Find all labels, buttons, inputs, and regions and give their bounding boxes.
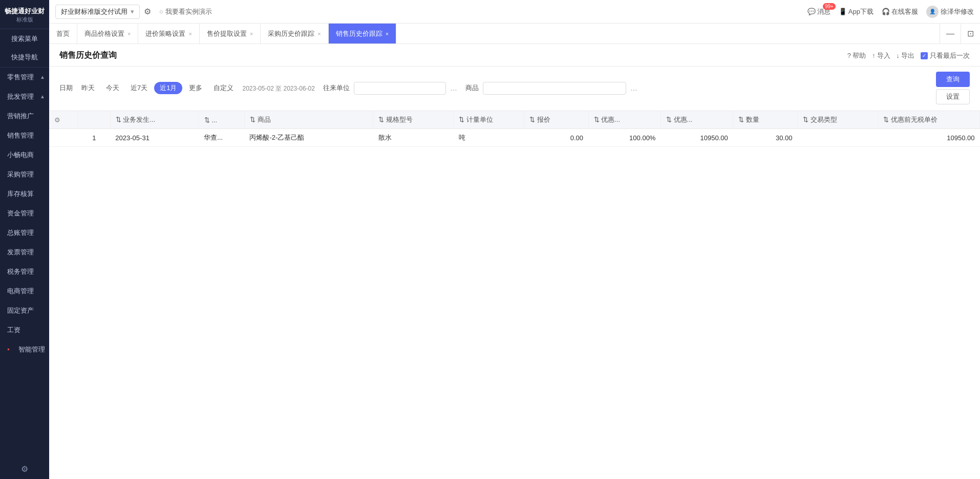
sidebar-item-invoice[interactable]: 发票管理 <box>0 243 49 262</box>
query-button[interactable]: 查询 <box>936 72 970 87</box>
sidebar-item-purchase[interactable]: 采购管理 <box>0 165 49 184</box>
topbar: 好业财标准版交付试用 ▾ ⚙ 我要看实例演示 💬 消息 99+ 📱 App下载 … <box>49 0 980 24</box>
date-btn-more[interactable]: 更多 <box>184 82 207 94</box>
col-header-discount1[interactable]: ⇅ 优惠... <box>588 111 661 129</box>
app-icon: 📱 <box>839 8 847 15</box>
gear-icon[interactable]: ⚙ <box>54 116 60 124</box>
sidebar-item-sales[interactable]: 销售管理 <box>0 126 49 145</box>
col-header-unit[interactable]: ⇅ 计量单位 <box>454 111 524 129</box>
version-select[interactable]: 好业财标准版交付试用 ▾ <box>55 5 140 19</box>
col-header-discount2[interactable]: ⇅ 优惠... <box>661 111 733 129</box>
maximize-button[interactable]: ⊡ <box>961 24 980 44</box>
sidebar-item-marketing[interactable]: 营销推广 <box>0 106 49 126</box>
page-title: 销售历史价查询 <box>59 50 847 61</box>
sidebar-item-label: 资金管理 <box>7 209 34 218</box>
row-discount2: 10950.00 <box>661 129 733 147</box>
date-btn-yesterday[interactable]: 昨天 <box>77 82 99 94</box>
sort-icon: ⇅ <box>803 116 808 123</box>
date-btn-today[interactable]: 今天 <box>101 82 124 94</box>
sidebar-bottom: ⚙ <box>0 459 49 479</box>
tab-home[interactable]: 首页 <box>49 24 77 44</box>
checkbox-icon: ✓ <box>921 52 928 59</box>
product-filter-label: 商品 <box>465 83 479 93</box>
col-header-product[interactable]: ⇅ 商品 <box>244 111 373 129</box>
close-icon[interactable]: × <box>127 31 131 37</box>
date-range-display: 2023-05-02 至 2023-06-02 <box>242 84 314 93</box>
arrow-icon: ▲ <box>40 94 45 99</box>
date-btn-last7[interactable]: 近7天 <box>126 82 152 94</box>
close-icon[interactable]: × <box>386 31 389 37</box>
row-discount1: 100.00% <box>588 129 661 147</box>
row-actions[interactable] <box>49 129 78 147</box>
tab-product-price[interactable]: 商品价格设置 × <box>77 24 138 44</box>
service-label: 在线客服 <box>891 7 918 16</box>
date-btn-custom[interactable]: 自定义 <box>209 82 238 94</box>
export-label: 导出 <box>901 51 914 60</box>
sidebar-item-assets[interactable]: 固定资产 <box>0 301 49 320</box>
sidebar-item-label: 固定资产 <box>7 306 34 315</box>
sort-icon: ⇅ <box>594 116 600 123</box>
col-header-spec[interactable]: ⇅ 规格型号 <box>373 111 454 129</box>
app-label: App下载 <box>848 7 874 16</box>
sidebar-item-label: 发票管理 <box>7 248 34 257</box>
sidebar-item-label: 税务管理 <box>7 267 34 276</box>
topbar-right: 💬 消息 99+ 📱 App下载 🎧 在线客服 👤 徐泽华修改 <box>807 6 974 18</box>
date-btn-last1m[interactable]: 近1月 <box>154 82 182 94</box>
col-header-notax[interactable]: ⇅ 优惠前无税单价 <box>878 111 980 129</box>
close-icon[interactable]: × <box>317 31 321 37</box>
demo-link[interactable]: 我要看实例演示 <box>159 7 212 16</box>
sidebar-search[interactable]: 搜索菜单 <box>0 29 49 49</box>
row-spec: 散水 <box>373 129 454 147</box>
sidebar-item-ledger[interactable]: 总账管理 <box>0 223 49 243</box>
sidebar-item-retail[interactable]: 零售管理 ▲ <box>0 68 49 87</box>
avatar: 👤 <box>926 6 939 18</box>
sidebar-item-ecommerce[interactable]: 电商管理 <box>0 281 49 301</box>
table-body: 1 2023-05-31 华查... 丙烯酸-2-乙基己酯 散水 吨 0.00 … <box>49 129 980 147</box>
col-header-trade[interactable]: ⇅ 交易类型 <box>797 111 878 129</box>
export-link[interactable]: ↓ 导出 <box>897 51 915 60</box>
sidebar-item-smart[interactable]: 智能管理 <box>0 340 49 359</box>
col-header-dots[interactable]: ⇅ ... <box>199 111 244 129</box>
tab-label: 采购历史价跟踪 <box>268 29 314 38</box>
sidebar-item-label: 电商管理 <box>7 287 34 296</box>
message-button[interactable]: 💬 消息 99+ <box>807 7 830 16</box>
page-content: 销售历史价查询 ? 帮助 ↑ 导入 ↓ 导出 ✓ 只看最后一次 <box>49 44 980 479</box>
product-dots-btn[interactable]: … <box>630 84 637 92</box>
setting-button[interactable]: 设置 <box>936 89 970 104</box>
tab-price-strategy[interactable]: 进价策略设置 × <box>138 24 199 44</box>
sidebar-item-tax[interactable]: 税务管理 <box>0 262 49 281</box>
sidebar-item-inventory[interactable]: 库存核算 <box>0 184 49 204</box>
sort-icon: ⇅ <box>116 116 121 123</box>
import-icon: ↑ <box>872 52 876 59</box>
tab-sale-extract[interactable]: 售价提取设置 × <box>200 24 261 44</box>
sidebar-item-wholesale[interactable]: 批发管理 ▲ <box>0 87 49 106</box>
sidebar-item-finance[interactable]: 资金管理 <box>0 204 49 223</box>
col-header-date[interactable]: ⇅ 业务发生... <box>110 111 199 129</box>
only-last-checkbox[interactable]: ✓ 只看最后一次 <box>921 51 970 60</box>
window-controls: — ⊡ <box>940 24 980 44</box>
col-header-price[interactable]: ⇅ 报价 <box>524 111 588 129</box>
online-service-button[interactable]: 🎧 在线客服 <box>882 7 918 16</box>
sidebar-quick-nav[interactable]: 快捷导航 <box>0 49 49 68</box>
help-link[interactable]: ? 帮助 <box>847 51 866 60</box>
supplier-dots-btn[interactable]: … <box>450 84 457 92</box>
tab-label: 售价提取设置 <box>207 29 247 38</box>
col-header-qty[interactable]: ⇅ 数量 <box>733 111 798 129</box>
close-icon[interactable]: × <box>250 31 253 37</box>
settings-icon[interactable]: ⚙ <box>21 465 28 473</box>
user-menu[interactable]: 👤 徐泽华修改 <box>926 6 974 18</box>
close-icon[interactable]: × <box>188 31 191 37</box>
settings-gear-icon[interactable]: ⚙ <box>144 7 151 16</box>
sidebar-item-ecommerce-small[interactable]: 小畅电商 <box>0 145 49 165</box>
supplier-input[interactable] <box>354 82 446 95</box>
tab-sales-history[interactable]: 销售历史价跟踪 × <box>329 24 396 44</box>
demo-label: 我要看实例演示 <box>165 7 212 16</box>
sidebar-item-payroll[interactable]: 工资 <box>0 320 49 340</box>
import-link[interactable]: ↑ 导入 <box>872 51 890 60</box>
product-input[interactable] <box>483 82 626 95</box>
tab-purchase-history[interactable]: 采购历史价跟踪 × <box>261 24 328 44</box>
col-header-gear[interactable]: ⚙ <box>49 111 78 129</box>
minimize-button[interactable]: — <box>940 24 961 44</box>
app-download-button[interactable]: 📱 App下载 <box>839 7 874 16</box>
sort-icon: ⇅ <box>529 116 535 123</box>
